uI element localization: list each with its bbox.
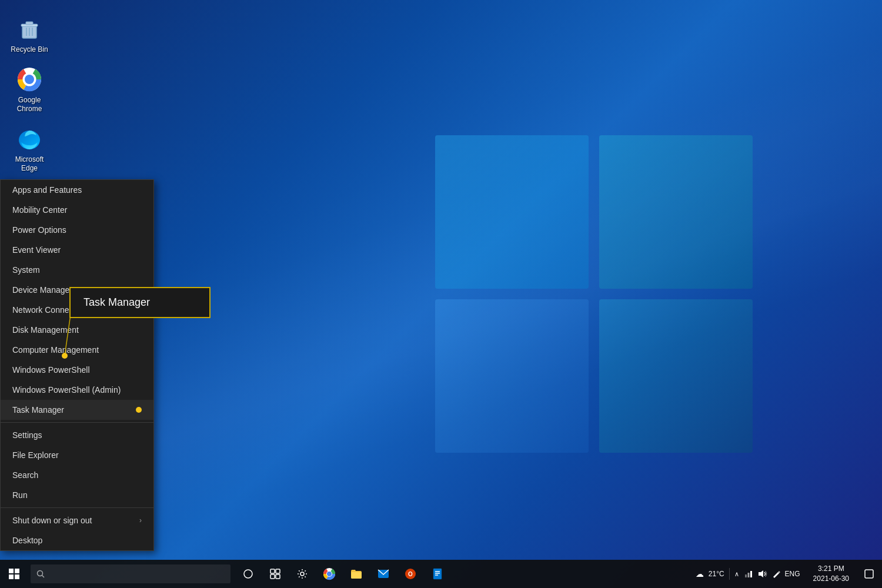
svg-rect-15 bbox=[9, 574, 14, 579]
taskbar-search-bar[interactable] bbox=[31, 564, 230, 583]
win-logo-pane-tr bbox=[599, 135, 753, 289]
menu-mobility-center[interactable]: Mobility Center bbox=[1, 200, 153, 220]
microsoft-edge-image bbox=[15, 125, 44, 153]
taskbar-search-icon bbox=[36, 570, 45, 578]
taskbar-notes-button[interactable] bbox=[425, 560, 450, 588]
win-logo-pane-tl bbox=[435, 135, 589, 289]
task-manager-dot bbox=[136, 407, 142, 413]
google-chrome-icon[interactable]: Google Chrome bbox=[6, 62, 53, 116]
time-display: 3:21 PM bbox=[818, 564, 844, 574]
menu-run[interactable]: Run bbox=[1, 485, 153, 505]
start-icon bbox=[9, 569, 19, 579]
taskbar-files-button[interactable] bbox=[343, 560, 369, 588]
svg-rect-14 bbox=[15, 569, 19, 573]
menu-file-explorer[interactable]: File Explorer bbox=[1, 445, 153, 465]
menu-event-viewer[interactable]: Event Viewer bbox=[1, 240, 153, 260]
svg-rect-2 bbox=[26, 22, 33, 25]
taskbar-system-tray: ☁ 21°C ∧ bbox=[690, 560, 882, 588]
task-manager-tooltip: Task Manager bbox=[69, 287, 211, 318]
svg-point-19 bbox=[244, 570, 252, 578]
microsoft-edge-icon[interactable]: Microsoft Edge bbox=[6, 122, 53, 175]
taskbar-start-button[interactable] bbox=[0, 560, 28, 588]
svg-rect-37 bbox=[750, 571, 752, 577]
svg-rect-21 bbox=[276, 569, 280, 573]
tray-divider bbox=[729, 568, 730, 580]
file-explorer-icon bbox=[350, 569, 362, 579]
menu-system[interactable]: System bbox=[1, 260, 153, 280]
search-circle-icon bbox=[243, 569, 253, 579]
svg-point-27 bbox=[327, 572, 332, 576]
desktop-icons: Recycle Bin bbox=[6, 12, 53, 175]
menu-divider-1 bbox=[1, 422, 153, 423]
menu-apps-features[interactable]: Apps and Features bbox=[1, 180, 153, 200]
menu-divider-2 bbox=[1, 507, 153, 508]
menu-shut-down[interactable]: Shut down or sign out › bbox=[1, 510, 153, 530]
context-menu: Apps and Features Mobility Center Power … bbox=[0, 179, 154, 551]
taskbar-tray-icons: ☁ 21°C ∧ bbox=[690, 568, 806, 580]
svg-rect-31 bbox=[433, 569, 442, 579]
desktop: Recycle Bin bbox=[0, 0, 882, 588]
menu-search[interactable]: Search bbox=[1, 465, 153, 485]
microsoft-edge-label: Microsoft Edge bbox=[9, 155, 50, 172]
shut-down-arrow: › bbox=[139, 516, 142, 524]
taskbar-mail-button[interactable] bbox=[370, 560, 396, 588]
svg-point-17 bbox=[38, 571, 43, 576]
pen-icon[interactable] bbox=[772, 570, 780, 578]
svg-rect-36 bbox=[747, 573, 749, 577]
taskbar-search-button[interactable] bbox=[235, 560, 261, 588]
recycle-bin-label: Recycle Bin bbox=[11, 45, 48, 54]
recycle-bin-image bbox=[15, 15, 44, 43]
svg-rect-35 bbox=[745, 574, 747, 577]
win-logo-pane-bl bbox=[435, 299, 589, 453]
menu-desktop[interactable]: Desktop bbox=[1, 530, 153, 550]
svg-point-8 bbox=[25, 75, 34, 84]
office-icon: O bbox=[405, 568, 416, 580]
win-logo-pane-br bbox=[599, 299, 753, 453]
notification-icon bbox=[864, 569, 874, 579]
svg-marker-38 bbox=[759, 570, 763, 577]
taskbar-clock[interactable]: 3:21 PM 2021-06-30 bbox=[806, 560, 856, 588]
google-chrome-label: Google Chrome bbox=[9, 96, 50, 113]
taskbar-taskview-button[interactable] bbox=[262, 560, 288, 588]
recycle-bin-icon[interactable]: Recycle Bin bbox=[6, 12, 53, 56]
sound-icon[interactable] bbox=[758, 570, 767, 578]
svg-rect-22 bbox=[270, 574, 275, 579]
svg-rect-16 bbox=[15, 574, 19, 579]
svg-rect-23 bbox=[276, 574, 280, 579]
notes-icon bbox=[433, 568, 442, 580]
svg-line-18 bbox=[42, 576, 45, 578]
taskbar-app-icons: O bbox=[235, 560, 450, 588]
svg-text:O: O bbox=[408, 571, 413, 577]
network-icon[interactable] bbox=[744, 570, 753, 578]
show-hidden-icon[interactable]: ∧ bbox=[734, 570, 739, 578]
taskbar-notification-button[interactable] bbox=[856, 560, 882, 588]
chrome-taskbar-icon bbox=[323, 567, 336, 580]
taskbar: O ☁ 21°C ∧ bbox=[0, 560, 882, 588]
svg-rect-13 bbox=[9, 569, 14, 573]
temperature-display: 21°C bbox=[709, 570, 724, 578]
menu-windows-powershell[interactable]: Windows PowerShell bbox=[1, 360, 153, 380]
menu-settings[interactable]: Settings bbox=[1, 425, 153, 445]
svg-rect-20 bbox=[270, 569, 275, 573]
svg-rect-39 bbox=[865, 570, 873, 578]
menu-windows-powershell-admin[interactable]: Windows PowerShell (Admin) bbox=[1, 380, 153, 400]
date-display: 2021-06-30 bbox=[813, 574, 849, 584]
svg-point-24 bbox=[300, 572, 304, 576]
windows-logo-bg bbox=[423, 123, 764, 465]
taskview-icon bbox=[270, 569, 280, 579]
google-chrome-image bbox=[15, 65, 44, 93]
taskbar-chrome-button[interactable] bbox=[316, 560, 342, 588]
menu-power-options[interactable]: Power Options bbox=[1, 220, 153, 240]
mail-icon bbox=[377, 569, 389, 579]
taskbar-office-button[interactable]: O bbox=[397, 560, 423, 588]
menu-task-manager[interactable]: Task Manager bbox=[1, 400, 153, 420]
taskbar-settings-button[interactable] bbox=[289, 560, 315, 588]
menu-computer-management[interactable]: Computer Management bbox=[1, 340, 153, 360]
weather-icon[interactable]: ☁ bbox=[696, 569, 704, 579]
menu-disk-management[interactable]: Disk Management bbox=[1, 320, 153, 340]
gear-icon bbox=[297, 569, 308, 579]
language-indicator[interactable]: ENG bbox=[785, 570, 800, 578]
